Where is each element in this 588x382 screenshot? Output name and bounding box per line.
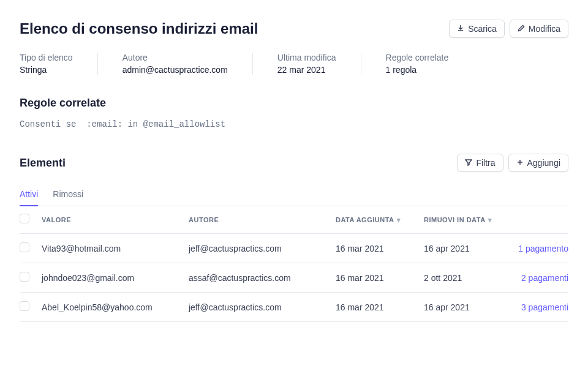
filter-label: Filtra bbox=[476, 158, 495, 168]
table-header: VALORE AUTORE DATA AGGIUNTA ▾ RIMUOVI IN… bbox=[20, 206, 568, 234]
table-row: Vita93@hotmail.comjeff@cactuspractics.co… bbox=[20, 234, 568, 263]
elements-actions: Filtra Aggiungi bbox=[457, 154, 568, 172]
cell-remove: 2 ott 2021 bbox=[424, 273, 512, 283]
cell-value: Vita93@hotmail.com bbox=[42, 244, 189, 253]
meta-author-label: Autore bbox=[123, 53, 228, 62]
cell-author: jeff@cactuspractics.com bbox=[189, 302, 336, 312]
cell-added: 16 mar 2021 bbox=[336, 273, 424, 283]
col-header-added[interactable]: DATA AGGIUNTA ▾ bbox=[336, 216, 424, 224]
row-checkbox[interactable] bbox=[20, 301, 29, 311]
header-actions: Scarica Modifica bbox=[449, 20, 568, 38]
payment-link[interactable]: 1 pagamento bbox=[518, 244, 568, 253]
table-row: Abel_Koelpin58@yahoo.comjeff@cactuspract… bbox=[20, 293, 568, 322]
cell-remove: 16 apr 2021 bbox=[424, 244, 512, 253]
download-button[interactable]: Scarica bbox=[449, 20, 505, 38]
row-checkbox[interactable] bbox=[20, 272, 29, 282]
rule-code: Consenti se :email: in @email_allowlist bbox=[20, 119, 568, 129]
cell-author: assaf@cactuspractics.com bbox=[189, 273, 336, 283]
edit-label: Modifica bbox=[529, 24, 560, 34]
add-label: Aggiungi bbox=[527, 158, 561, 168]
elements-title: Elementi bbox=[20, 157, 66, 170]
cell-added: 16 mar 2021 bbox=[336, 302, 424, 312]
col-header-value[interactable]: VALORE bbox=[42, 216, 189, 223]
select-all-checkbox[interactable] bbox=[20, 214, 29, 223]
download-label: Scarica bbox=[468, 24, 497, 34]
cell-value: Abel_Koelpin58@yahoo.com bbox=[42, 302, 189, 312]
col-header-remove[interactable]: RIMUOVI IN DATA ▾ bbox=[424, 216, 512, 224]
col-header-remove-label: RIMUOVI IN DATA bbox=[424, 216, 486, 223]
edit-button[interactable]: Modifica bbox=[510, 20, 568, 38]
meta-rules: Regole correlate 1 regola bbox=[386, 53, 473, 75]
filter-button[interactable]: Filtra bbox=[457, 154, 503, 172]
add-button[interactable]: Aggiungi bbox=[508, 154, 569, 172]
meta-type: Tipo di elenco Stringa bbox=[20, 53, 98, 75]
tab-active[interactable]: Attivi bbox=[20, 184, 38, 206]
pencil-icon bbox=[518, 24, 525, 34]
payment-link[interactable]: 3 pagamenti bbox=[521, 302, 568, 312]
row-checkbox[interactable] bbox=[20, 242, 29, 252]
sort-icon: ▾ bbox=[397, 216, 401, 224]
meta-type-label: Tipo di elenco bbox=[20, 53, 73, 62]
meta-modified: Ultima modifica 22 mar 2021 bbox=[277, 53, 361, 75]
cell-remove: 16 apr 2021 bbox=[424, 302, 512, 312]
meta-author-value: admin@cactuspractice.com bbox=[123, 65, 228, 75]
cell-author: jeff@cactuspractics.com bbox=[189, 244, 336, 253]
cell-added: 16 mar 2021 bbox=[336, 244, 424, 253]
download-icon bbox=[457, 24, 464, 34]
meta-rules-value: 1 regola bbox=[386, 65, 449, 75]
plus-icon bbox=[516, 158, 524, 168]
sort-icon: ▾ bbox=[488, 216, 492, 224]
col-header-added-label: DATA AGGIUNTA bbox=[336, 216, 394, 223]
rules-title: Regole correlate bbox=[20, 97, 568, 110]
cell-value: johndoe023@gmail.com bbox=[42, 273, 189, 283]
meta-author: Autore admin@cactuspractice.com bbox=[123, 53, 253, 75]
meta-modified-label: Ultima modifica bbox=[277, 53, 336, 62]
meta-modified-value: 22 mar 2021 bbox=[277, 65, 336, 75]
meta-rules-label: Regole correlate bbox=[386, 53, 449, 62]
col-header-author[interactable]: AUTORE bbox=[189, 216, 336, 223]
tab-removed[interactable]: Rimossi bbox=[53, 184, 83, 206]
filter-icon bbox=[465, 158, 472, 168]
elements-table: VALORE AUTORE DATA AGGIUNTA ▾ RIMUOVI IN… bbox=[20, 206, 568, 322]
page-title: Elenco di consenso indirizzi email bbox=[20, 20, 258, 37]
payment-link[interactable]: 2 pagamenti bbox=[521, 273, 568, 283]
meta-type-value: Stringa bbox=[20, 65, 73, 75]
tabs: Attivi Rimossi bbox=[20, 184, 568, 206]
meta-row: Tipo di elenco Stringa Autore admin@cact… bbox=[20, 53, 568, 75]
table-row: johndoe023@gmail.comassaf@cactuspractics… bbox=[20, 263, 568, 293]
